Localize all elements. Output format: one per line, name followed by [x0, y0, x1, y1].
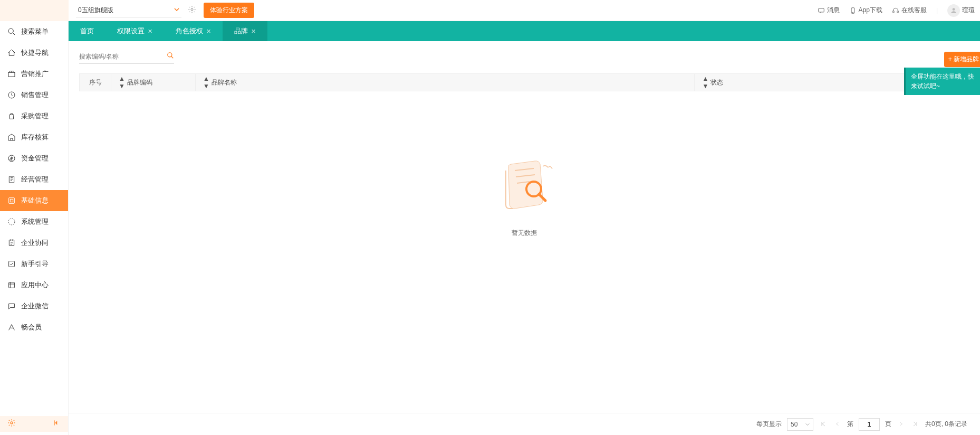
- page-total: 共0页, 0条记录: [925, 420, 967, 429]
- sidebar-item-14[interactable]: 畅会员: [0, 317, 68, 338]
- svg-point-19: [11, 422, 13, 424]
- sidebar-item-label: 资金管理: [21, 154, 49, 163]
- content-area: + 新增品牌 全屏功能在这里哦，快来试试吧~ 序号 ▲▼ 品牌编码 ▲▼ 品牌名…: [69, 41, 980, 413]
- tab-label: 角色授权: [176, 26, 203, 36]
- svg-rect-6: [897, 11, 898, 12]
- sidebar-item-4[interactable]: 采购管理: [0, 106, 68, 127]
- sidebar-item-label: 经营管理: [21, 175, 49, 184]
- tab-label: 品牌: [234, 26, 248, 36]
- phone-icon: [849, 7, 857, 14]
- collapse-icon[interactable]: [52, 419, 61, 429]
- sort-icon[interactable]: ▲▼: [119, 75, 125, 90]
- sidebar-item-11[interactable]: 新手引导: [0, 253, 68, 275]
- pagination: 每页显示 50 第 页 共0页, 0条记录: [69, 413, 980, 435]
- sidebar-icon: [7, 281, 16, 289]
- sidebar-item-10[interactable]: 企业协同: [0, 232, 68, 253]
- sidebar-icon: [7, 49, 16, 57]
- divider: |: [936, 7, 938, 14]
- shop-selected: 0五组旗舰版: [78, 6, 113, 15]
- tab-label: 首页: [80, 26, 94, 36]
- sidebar-item-label: 销售管理: [21, 90, 49, 100]
- tabs-bar: 首页权限设置✕角色授权✕品牌✕: [69, 21, 980, 41]
- svg-point-7: [953, 8, 955, 11]
- add-brand-button[interactable]: + 新增品牌: [944, 52, 980, 67]
- th-code[interactable]: ▲▼ 品牌编码: [111, 74, 196, 91]
- sidebar-icon: [7, 302, 16, 310]
- try-solution-button[interactable]: 体验行业方案: [204, 3, 254, 18]
- tab-0[interactable]: 首页: [69, 21, 105, 41]
- svg-point-8: [8, 29, 13, 33]
- page-first-button[interactable]: [819, 421, 828, 428]
- search-icon[interactable]: [167, 52, 174, 61]
- sidebar-item-2[interactable]: 营销推广: [0, 63, 68, 84]
- table-header: 序号 ▲▼ 品牌编码 ▲▼ 品牌名称 ▲▼ 状态: [79, 73, 969, 91]
- app-download-link[interactable]: App下载: [849, 6, 882, 15]
- sidebar-item-12[interactable]: 应用中心: [0, 275, 68, 296]
- sidebar-item-label: 快捷导航: [21, 48, 49, 58]
- tab-2[interactable]: 角色授权✕: [164, 21, 223, 41]
- sidebar-item-0[interactable]: 搜索菜单: [0, 21, 68, 42]
- sidebar-item-label: 采购管理: [21, 111, 49, 121]
- svg-rect-12: [9, 176, 14, 183]
- sidebar-item-1[interactable]: 快捷导航: [0, 42, 68, 63]
- sidebar-icon: [7, 91, 16, 99]
- sidebar-icon: [7, 196, 16, 205]
- gear-icon[interactable]: [7, 419, 16, 429]
- tab-3[interactable]: 品牌✕: [223, 21, 267, 41]
- message-link[interactable]: 消息: [818, 6, 840, 15]
- sidebar-item-label: 企业协同: [21, 238, 49, 248]
- shop-selector[interactable]: 0五组旗舰版: [76, 4, 181, 17]
- sidebar-item-label: 基础信息: [21, 196, 49, 205]
- sidebar-icon: [7, 27, 16, 36]
- page-next-button[interactable]: [897, 421, 905, 428]
- sidebar-item-3[interactable]: 销售管理: [0, 84, 68, 106]
- sidebar-icon: [7, 175, 16, 184]
- sidebar-bottom-toolbar: [0, 416, 68, 432]
- close-icon[interactable]: ✕: [206, 28, 211, 35]
- page-number-input[interactable]: [859, 418, 880, 431]
- sidebar-item-9[interactable]: 系统管理: [0, 211, 68, 232]
- tab-1[interactable]: 权限设置✕: [105, 21, 164, 41]
- svg-rect-18: [9, 282, 15, 288]
- page-prev-button[interactable]: [833, 421, 842, 428]
- sidebar-icon: [7, 112, 16, 120]
- close-icon[interactable]: ✕: [148, 28, 152, 35]
- close-icon[interactable]: ✕: [251, 28, 256, 35]
- sort-icon[interactable]: ▲▼: [203, 75, 209, 90]
- empty-illustration-icon: [493, 155, 556, 218]
- sidebar-item-label: 企业微信: [21, 301, 49, 311]
- sidebar-item-label: 营销推广: [21, 69, 49, 79]
- page-last-button[interactable]: [910, 421, 920, 428]
- sidebar-icon: [7, 239, 16, 247]
- sort-icon[interactable]: ▲▼: [702, 75, 708, 90]
- fullscreen-tip: 全屏功能在这里哦，快来试试吧~: [904, 68, 980, 95]
- per-page-select[interactable]: 50: [787, 418, 813, 431]
- sidebar-item-label: 搜索菜单: [21, 27, 49, 36]
- sidebar-item-6[interactable]: 资金管理: [0, 148, 68, 169]
- svg-rect-9: [8, 72, 15, 77]
- svg-rect-2: [818, 8, 824, 12]
- sidebar-item-7[interactable]: 经营管理: [0, 169, 68, 190]
- th-name[interactable]: ▲▼ 品牌名称: [196, 74, 695, 91]
- main-area: 首页权限设置✕角色授权✕品牌✕ + 新增品牌 全屏功能在这里哦，快来试试吧~ 序…: [69, 21, 980, 435]
- sidebar-item-8[interactable]: 基础信息: [0, 190, 68, 211]
- top-right-menu: 消息 App下载 在线客服 | 瑄瑄: [818, 4, 975, 17]
- sidebar-item-13[interactable]: 企业微信: [0, 296, 68, 317]
- customer-service-link[interactable]: 在线客服: [892, 6, 927, 15]
- svg-rect-13: [9, 198, 15, 204]
- message-icon: [818, 7, 825, 14]
- settings-icon[interactable]: [188, 5, 196, 16]
- chevron-down-icon: [174, 6, 179, 14]
- avatar-icon: [947, 4, 960, 17]
- search-input[interactable]: [79, 50, 164, 63]
- chevron-down-icon: [805, 422, 810, 427]
- user-menu[interactable]: 瑄瑄: [947, 4, 975, 17]
- sidebar-icon: [7, 154, 16, 163]
- svg-rect-20: [54, 420, 54, 425]
- svg-point-15: [8, 219, 15, 225]
- sidebar-item-5[interactable]: 库存核算: [0, 127, 68, 148]
- tab-label: 权限设置: [117, 26, 145, 36]
- sidebar-item-label: 库存核算: [21, 133, 49, 142]
- search-box: [79, 50, 174, 64]
- sidebar-item-label: 新手引导: [21, 259, 49, 269]
